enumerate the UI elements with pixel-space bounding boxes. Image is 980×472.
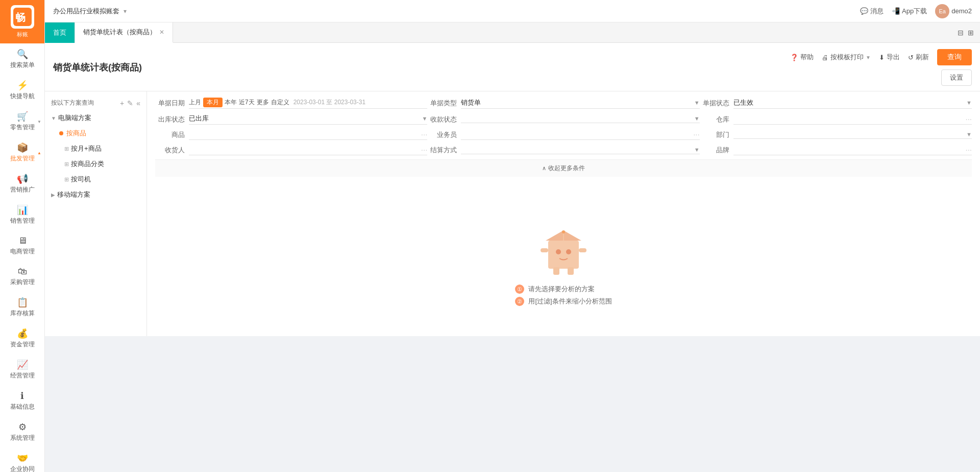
goods-input[interactable]: ··· [189, 130, 427, 140]
print-icon: 🖨 [822, 54, 828, 61]
date-prev-btn[interactable]: 上月 [189, 98, 201, 107]
date-custom-btn[interactable]: 自定义 [271, 98, 289, 107]
tree-item-by-product[interactable]: 按商品 [45, 126, 146, 141]
sidebar-item-search[interactable]: 🔍 搜索菜单 [0, 43, 44, 75]
help-btn[interactable]: ❓ 帮助 [790, 53, 814, 62]
tab-minimize-icon[interactable]: ⊟ [958, 29, 964, 37]
tree-item-month-product[interactable]: ⊞ 按月+商品 [45, 141, 146, 156]
doc-status-input[interactable]: 已生效 ▼ [733, 98, 972, 109]
sidebar-item-enterprise-collab[interactable]: 🤝 企业协同 [0, 447, 44, 472]
warehouse-input[interactable]: ··· [733, 114, 972, 125]
out-status-input[interactable]: 已出库 ▼ [189, 114, 427, 125]
goods-dots[interactable]: ··· [421, 130, 428, 138]
tree-item-product-category[interactable]: ⊞ 按商品分类 [45, 156, 146, 172]
sidebar-item-basic-info[interactable]: ℹ 基础信息 [0, 385, 44, 416]
salesman-input[interactable]: ··· [461, 130, 699, 140]
salesman-label: 业务员 [427, 130, 457, 139]
tabbar: 首页 销货单统计表（按商品） ✕ ⊟ ⊞ [45, 22, 980, 43]
query-button[interactable]: 查询 [937, 49, 972, 65]
tab-close-icon[interactable]: ✕ [159, 29, 164, 36]
sidebar-item-shortcuts[interactable]: ⚡ 快捷导航 [0, 75, 44, 106]
filter-salesman-field: 业务员 ··· [427, 130, 699, 140]
page-title: 销货单统计表(按商品) [53, 61, 142, 74]
sidebar-item-label: 批发管理 [10, 154, 35, 163]
sidebar-item-purchase[interactable]: 🛍 采购管理 [0, 261, 44, 292]
date-7days-btn[interactable]: 近7天 [239, 98, 255, 107]
page-actions-inner: ❓ 帮助 🖨 按模板打印 ▼ ⬇ 导出 [790, 49, 972, 86]
tree-group-label: 电脑端方案 [58, 113, 91, 123]
message-btn[interactable]: 💬 消息 [860, 7, 884, 16]
tab-home[interactable]: 首页 [45, 22, 75, 43]
sidebar-item-system[interactable]: ⚙ 系统管理 [0, 416, 44, 447]
settings-button[interactable]: 设置 [941, 69, 972, 86]
sidebar-item-ecommerce[interactable]: 🖥 电商管理 [0, 230, 44, 261]
out-status-dropdown-icon: ▼ [422, 115, 427, 122]
collection-input[interactable]: ▼ [461, 115, 699, 123]
message-icon: 💬 [860, 7, 868, 15]
print-label: 按模板打印 [830, 53, 864, 62]
tree-item-driver[interactable]: ⊞ 按司机 [45, 172, 146, 187]
date-year-btn[interactable]: 本年 [225, 98, 237, 107]
tip1-num: ① [515, 285, 524, 294]
tab-maximize-icon[interactable]: ⊞ [968, 29, 974, 37]
warehouse-dots[interactable]: ··· [965, 114, 972, 123]
topbar-right: 💬 消息 📲 App下载 Ea demo2 [860, 4, 972, 18]
tip2-text: 用[过滤]条件来缩小分析范围 [528, 297, 611, 306]
salesman-dots[interactable]: ··· [693, 130, 700, 138]
filter-collection-field: 收款状态 ▼ [427, 115, 699, 124]
collapse-panel-icon[interactable]: « [136, 99, 140, 107]
month-product-icon: ⊞ [64, 146, 69, 152]
out-status-label: 出库状态 [155, 115, 185, 124]
brand-dots[interactable]: ··· [965, 145, 972, 154]
sales-stats-tab-label: 销货单统计表（按商品） [83, 28, 156, 37]
collapse-btn[interactable]: ∧ 收起更多条件 [155, 159, 972, 177]
svg-point-3 [556, 249, 561, 254]
add-scheme-icon[interactable]: + [120, 99, 124, 107]
edit-scheme-icon[interactable]: ✎ [127, 99, 133, 107]
sidebar-item-finance[interactable]: 💰 资金管理 [0, 323, 44, 354]
doc-type-label: 单据类型 [427, 99, 457, 108]
date-more-btn[interactable]: 更多 [257, 98, 269, 107]
payment-input[interactable]: ▼ [461, 147, 699, 154]
left-panel-header: 按以下方案查询 + ✎ « [45, 96, 146, 110]
app-download-btn[interactable]: 📲 App下载 [892, 7, 927, 16]
receiver-dots[interactable]: ··· [421, 145, 428, 154]
department-input[interactable]: ▼ [733, 131, 972, 139]
brand-input[interactable]: ··· [733, 145, 972, 155]
inventory-icon: 📋 [17, 297, 28, 308]
date-current-btn[interactable]: 本月 [203, 98, 223, 107]
tree-group-mobile-label[interactable]: ▶ 移动端方案 [45, 187, 146, 202]
sidebar-item-sales[interactable]: 📊 销售管理 [0, 199, 44, 230]
sidebar-item-label: 销售管理 [10, 217, 35, 225]
sidebar-item-wholesale[interactable]: 📦 批发管理 ▲ [0, 137, 44, 168]
print-btn[interactable]: 🖨 按模板打印 ▼ [822, 53, 871, 62]
logo-area[interactable]: 畅 标账 [0, 0, 44, 43]
doc-type-input[interactable]: 销货单 ▼ [461, 98, 699, 109]
tree-group-pc-label[interactable]: ▼ 电脑端方案 [45, 110, 146, 126]
sidebar-item-retail[interactable]: 🛒 零售管理 ▼ [0, 106, 44, 137]
ecommerce-icon: 🖥 [18, 235, 27, 246]
doc-type-value: 销货单 [461, 98, 481, 107]
product-category-icon: ⊞ [64, 161, 69, 168]
sidebar-item-inventory[interactable]: 📋 库存核算 [0, 292, 44, 323]
filter-brand-field: 品牌 ··· [700, 145, 972, 155]
payment-label: 结算方式 [427, 146, 457, 155]
topbar: 办公用品行业模拟账套 ▾ 💬 消息 📲 App下载 Ea demo2 [45, 0, 980, 22]
filter-doc-status-field: 单据状态 已生效 ▼ [700, 98, 972, 109]
wholesale-arrow-icon: ▲ [37, 150, 41, 155]
topbar-dropdown-icon[interactable]: ▾ [124, 8, 127, 15]
driver-icon: ⊞ [64, 176, 69, 183]
purchase-icon: 🛍 [18, 266, 27, 277]
user-btn[interactable]: Ea demo2 [935, 4, 972, 18]
sidebar-item-management[interactable]: 📈 经营管理 [0, 354, 44, 385]
page-actions: ❓ 帮助 🖨 按模板打印 ▼ ⬇ 导出 [790, 49, 972, 86]
refresh-btn[interactable]: ↺ 刷新 [908, 53, 929, 62]
doc-type-dropdown-icon: ▼ [694, 100, 700, 106]
svg-rect-2 [548, 241, 579, 269]
tab-sales-stats[interactable]: 销货单统计表（按商品） ✕ [75, 22, 173, 43]
sidebar-item-marketing[interactable]: 📢 营销推广 [0, 168, 44, 199]
empty-state: ① 请先选择要分析的方案 ② 用[过滤]条件来缩小分析范围 [147, 183, 980, 336]
svg-rect-7 [541, 248, 548, 252]
export-btn[interactable]: ⬇ 导出 [879, 53, 900, 62]
receiver-input[interactable]: ··· [189, 145, 427, 155]
